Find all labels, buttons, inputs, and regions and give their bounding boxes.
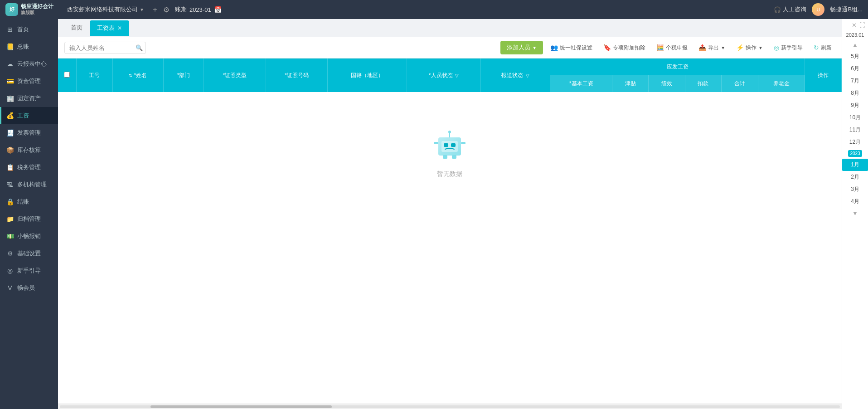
bottom-scrollbar[interactable] — [58, 404, 842, 409]
logo-text-area: 畅应通好会计 旗舰版 — [21, 3, 53, 16]
sidebar-label-expense: 小畅报销 — [17, 232, 41, 240]
search-input-wrapper[interactable]: 🔍 — [64, 42, 146, 54]
scroll-thumb[interactable] — [150, 405, 332, 408]
th-emp-id: 工号 — [76, 58, 112, 92]
sidebar-item-home[interactable]: ⊞ 首页 — [0, 21, 58, 38]
special-deduction-label: 专项附加扣除 — [613, 44, 645, 52]
app-logo-icon: 好 — [5, 3, 18, 16]
th-performance: 绩效 — [649, 75, 685, 92]
sidebar-item-cloud[interactable]: ☁ 云报表中心 — [0, 55, 58, 73]
tab-close-icon[interactable]: ✕ — [117, 25, 122, 31]
table-body: 暂无数据 — [58, 92, 842, 214]
th-pension: 养老金 — [758, 75, 805, 92]
social-security-label: 统一社保设置 — [560, 44, 592, 52]
svg-rect-6 — [434, 142, 438, 144]
company-selector[interactable]: 西安虾米网络科技有限公司 ▼ — [67, 5, 144, 14]
personal-tax-btn[interactable]: 🧮 个税申报 — [653, 42, 691, 54]
th-status: *人员状态 ▽ — [407, 58, 480, 92]
personal-tax-icon: 🧮 — [656, 44, 664, 51]
table-container: 工号 ⇅ *姓名 *部门 *证照类型 *证照号码 国籍（地区） *人员状态 ▽ … — [58, 58, 842, 404]
sidebar-item-fund[interactable]: 💳 资金管理 — [0, 73, 58, 90]
month-4[interactable]: 4月 — [842, 195, 868, 208]
user-avatar[interactable]: U — [812, 3, 824, 16]
sidebar-item-close[interactable]: 🔒 结账 — [0, 193, 58, 210]
right-header: 🎧 人工咨询 U 畅捷通B组... — [774, 3, 863, 16]
month-12[interactable]: 12月 — [842, 136, 868, 148]
th-checkbox[interactable] — [58, 58, 76, 92]
report-filter-icon[interactable]: ▽ — [526, 73, 529, 78]
month-9[interactable]: 9月 — [842, 99, 868, 112]
sidebar-label-ledger: 总账 — [17, 43, 29, 51]
month-7[interactable]: 7月 — [842, 75, 868, 87]
add-employee-button[interactable]: 添加人员 ▼ — [500, 41, 543, 54]
th-deduction: 扣款 — [685, 75, 721, 92]
sidebar-item-salary[interactable]: 💰 工资 — [0, 107, 58, 124]
expand-panel-icon[interactable]: ⛶ — [859, 22, 865, 29]
tab-home[interactable]: 首页 — [63, 20, 90, 36]
empty-row: 暂无数据 — [58, 92, 842, 214]
sidebar-label-tax: 税务管理 — [17, 163, 41, 171]
sidebar-label-inventory: 库存核算 — [17, 146, 41, 154]
tab-salary[interactable]: 工资表 ✕ — [90, 20, 129, 36]
month-1[interactable]: 1月 — [842, 159, 868, 171]
th-report-status: 报送状态 ▽ — [480, 58, 550, 92]
calendar-icon[interactable]: 📅 — [214, 6, 222, 13]
close-panel-icon[interactable]: ✕ — [852, 22, 857, 29]
sidebar-item-settings[interactable]: ⚙ 基础设置 — [0, 245, 58, 262]
close-period-icon: 🔒 — [6, 198, 14, 205]
expense-icon: 💵 — [6, 233, 14, 240]
scroll-track — [60, 405, 840, 408]
month-10[interactable]: 10月 — [842, 112, 868, 124]
search-icon: 🔍 — [136, 44, 143, 51]
sidebar-item-guide[interactable]: ◎ 新手引导 — [0, 262, 58, 279]
svg-rect-8 — [443, 155, 447, 159]
empty-state-text: 暂无数据 — [437, 170, 462, 178]
sort-icon: ⇅ — [129, 73, 132, 78]
month-6[interactable]: 6月 — [842, 63, 868, 75]
th-base-salary: *基本工资 — [550, 75, 612, 92]
scroll-down-icon[interactable]: ▼ — [850, 208, 860, 219]
guide-btn[interactable]: ◎ 新手引导 — [770, 42, 806, 54]
refresh-btn[interactable]: ↻ 刷新 — [810, 42, 835, 54]
month-3[interactable]: 3月 — [842, 183, 868, 195]
operations-btn[interactable]: ⚡ 操作 ▼ — [732, 42, 766, 54]
vip-icon: V — [6, 284, 14, 292]
operations-label: 操作 — [746, 44, 756, 52]
social-security-btn[interactable]: 👥 统一社保设置 — [547, 42, 596, 54]
special-deduction-icon: 🔖 — [603, 44, 611, 51]
add-icon[interactable]: ＋ — [151, 5, 159, 15]
social-security-icon: 👥 — [550, 44, 558, 51]
sidebar-item-expense[interactable]: 💵 小畅报销 — [0, 228, 58, 245]
th-dept: *部门 — [163, 58, 204, 92]
sidebar-item-inventory[interactable]: 📦 库存核算 — [0, 141, 58, 159]
status-filter-icon[interactable]: ▽ — [455, 73, 459, 78]
employee-search-input[interactable] — [69, 44, 133, 51]
sidebar-label-close: 结账 — [17, 198, 29, 206]
empty-state: 暂无数据 — [58, 92, 842, 214]
th-payroll-group: 应发工资 — [550, 58, 805, 75]
month-11[interactable]: 11月 — [842, 124, 868, 136]
month-8[interactable]: 8月 — [842, 87, 868, 99]
service-button[interactable]: 🎧 人工咨询 — [774, 5, 806, 14]
sidebar-item-tax[interactable]: 📋 税务管理 — [0, 159, 58, 176]
settings-icon[interactable]: ⚙ — [163, 5, 170, 14]
main-layout: ⊞ 首页 📒 总账 ☁ 云报表中心 💳 资金管理 🏢 固定资产 💰 工资 🧾 发… — [0, 19, 868, 409]
basic-settings-icon: ⚙ — [6, 250, 14, 257]
guide2-icon: ◎ — [774, 44, 779, 51]
scroll-up-icon[interactable]: ▲ — [850, 39, 860, 50]
sidebar-item-assets[interactable]: 🏢 固定资产 — [0, 90, 58, 107]
sidebar-item-invoice[interactable]: 🧾 发票管理 — [0, 124, 58, 141]
month-2[interactable]: 2月 — [842, 171, 868, 183]
special-deduction-btn[interactable]: 🔖 专项附加扣除 — [600, 42, 649, 54]
sidebar-item-archive[interactable]: 📁 归档管理 — [0, 210, 58, 228]
export-btn[interactable]: 📤 导出 ▼ — [695, 42, 729, 54]
month-5[interactable]: 5月 — [842, 50, 868, 63]
sidebar-item-ledger[interactable]: 📒 总账 — [0, 38, 58, 55]
sidebar-item-vip[interactable]: V 畅会员 — [0, 279, 58, 297]
year-2023-badge: 2023 — [848, 150, 862, 157]
sidebar-item-multiorg[interactable]: 🏗 多机构管理 — [0, 176, 58, 193]
select-all-checkbox[interactable] — [64, 72, 70, 78]
tab-home-label: 首页 — [71, 24, 82, 31]
ledger-icon: 📒 — [6, 43, 14, 50]
sidebar-label-home: 首页 — [17, 25, 29, 34]
